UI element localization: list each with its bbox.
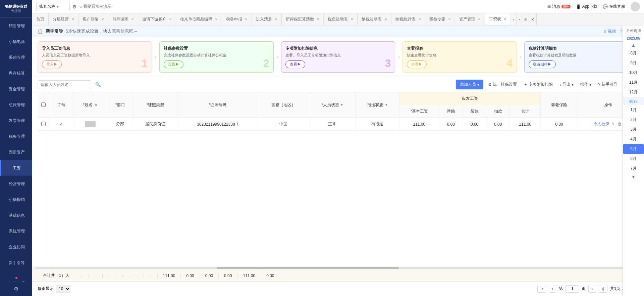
last-page-btn[interactable]: ›|	[599, 285, 607, 293]
close-icon[interactable]: ✕	[131, 17, 134, 21]
close-icon[interactable]: ✕	[215, 17, 218, 21]
step-4-btn[interactable]: 查看▶	[407, 60, 427, 68]
sidebar-item-purchase[interactable]: 采购管理	[0, 49, 32, 65]
month-4[interactable]: 4月	[623, 134, 644, 144]
social-insurance-btn[interactable]: ⚙ 统一社保设置	[486, 80, 519, 89]
settings-gear-icon[interactable]: ⚙	[72, 4, 77, 9]
step-1-btn[interactable]: 导入▶	[42, 60, 62, 68]
month-7[interactable]: 7月	[623, 164, 644, 173]
per-page-select[interactable]: 10 20 50	[56, 285, 70, 293]
page-input[interactable]	[566, 285, 579, 293]
sidebar-item-ai[interactable]: 智能管理	[0, 270, 32, 282]
close-icon[interactable]: ✕	[169, 17, 172, 21]
prev-page-btn[interactable]: ‹	[549, 285, 556, 293]
tab-clearance[interactable]: 进入清册✕	[252, 13, 282, 26]
month-8[interactable]: 8月	[623, 48, 644, 58]
extra-deduction-btn[interactable]: ＋ 专项附加扣除	[522, 80, 555, 89]
scroll-thumb[interactable]	[217, 267, 398, 269]
horizontal-scrollbar[interactable]	[32, 266, 644, 270]
sidebar-item-inventory[interactable]: 库存核算	[0, 65, 32, 81]
sidebar-item-assets[interactable]: 固定资产	[0, 144, 32, 160]
month-1[interactable]: 1月	[623, 105, 644, 115]
month-2[interactable]: 2月	[623, 115, 644, 125]
operate-btn[interactable]: 操作 ▾	[578, 80, 593, 89]
personal-insurance-btn[interactable]: 个人社保	[593, 121, 609, 127]
tab-guide[interactable]: 引导说明✕	[108, 13, 138, 26]
sidebar-item-ecommerce[interactable]: 小畅电商	[0, 34, 32, 49]
tab-layered[interactable]: 分层经营✕	[49, 13, 78, 26]
step-2-btn[interactable]: 设置▶	[164, 60, 183, 68]
sidebar-item-tax[interactable]: 税务管理	[0, 128, 32, 144]
month-5[interactable]: 5月	[623, 144, 644, 154]
demo-link[interactable]: ○ 我要看实例演示	[79, 4, 111, 9]
close-icon[interactable]: ✕	[71, 17, 74, 21]
status-filter-icon[interactable]: ▾	[341, 102, 343, 107]
edit-icon[interactable]: ✎	[611, 122, 615, 126]
app-download-btn[interactable]: 📱 App下载	[576, 4, 597, 9]
tab-more-btn[interactable]: ≡	[522, 13, 529, 26]
tab-crm[interactable]: 客户联络✕	[78, 13, 108, 26]
sidebar-item-expense[interactable]: 小畅报销	[0, 192, 32, 207]
first-page-btn[interactable]: |‹	[537, 285, 546, 293]
message-btn[interactable]: ✉ 消息 99+	[547, 4, 571, 9]
close-icon[interactable]: ✕	[418, 17, 421, 21]
add-person-button[interactable]: 添加人员 ▾	[456, 80, 483, 89]
sidebar-item-guide[interactable]: 新手引导	[0, 255, 32, 270]
close-icon[interactable]: ✕	[101, 17, 104, 21]
tab-prev-btn[interactable]: ‹	[511, 13, 517, 26]
next-page-btn[interactable]: ›	[588, 285, 596, 293]
tab-home[interactable]: 首页	[32, 13, 49, 26]
tab-next-btn[interactable]: ›	[517, 13, 522, 26]
sidebar-item-operations[interactable]: 经营管理	[0, 176, 32, 192]
sidebar-item-salary[interactable]: 工资	[0, 160, 32, 176]
guide-video-btn[interactable]: ⊙ 视频	[603, 29, 616, 34]
tab-tax-burden[interactable]: 税负波动表✕	[324, 13, 358, 26]
sidebar-item-sales[interactable]: 销售管理	[0, 18, 32, 34]
close-icon[interactable]: ✕	[384, 17, 387, 21]
search-button[interactable]: 🔍	[94, 81, 102, 88]
report-filter-icon[interactable]: ▾	[385, 102, 387, 107]
online-service-btn[interactable]: 💬 在线客服	[603, 4, 625, 9]
close-icon[interactable]: ✕	[448, 17, 451, 21]
sidebar-item-invoice[interactable]: 发票管理	[0, 113, 32, 128]
month-9[interactable]: 9月	[623, 58, 644, 68]
tab-tax-expert[interactable]: 税检专家✕	[425, 13, 455, 26]
name-sort-icon[interactable]: ⇅	[95, 103, 97, 107]
search-input[interactable]	[38, 80, 91, 89]
user-avatar[interactable]	[631, 2, 640, 11]
sidebar-item-collab[interactable]: 企业协同	[0, 239, 32, 255]
account-dropdown[interactable]: 账套名称 ▾	[36, 2, 70, 11]
row-checkbox[interactable]	[41, 122, 46, 126]
close-icon[interactable]: ✕	[504, 17, 506, 21]
delete-icon[interactable]: 🗑	[618, 122, 622, 126]
close-icon[interactable]: ✕	[478, 17, 481, 21]
step-5-btn[interactable]: 敬请期待▶	[529, 60, 556, 68]
tab-salary[interactable]: 工资表✕	[485, 13, 511, 26]
tab-tax-declare[interactable]: 税务申报✕	[222, 13, 252, 26]
step-3-btn[interactable]: 查看▶	[285, 60, 305, 68]
month-11[interactable]: 11月	[623, 78, 644, 87]
tab-tax-dynamic[interactable]: 纳税波动表✕	[358, 13, 391, 26]
month-12[interactable]: 12月	[623, 87, 644, 97]
month-6[interactable]: 6月	[623, 154, 644, 164]
sidebar-item-finance[interactable]: 资金管理	[0, 81, 32, 97]
month-3[interactable]: 3月	[623, 125, 644, 134]
close-icon[interactable]: ✕	[351, 17, 353, 21]
close-icon[interactable]: ✕	[275, 17, 277, 21]
month-up-btn[interactable]: ▲	[631, 42, 637, 48]
sidebar-item-basic-info[interactable]: 基础信息	[0, 207, 32, 223]
tab-asset-mgmt[interactable]: 资产管理✕	[455, 13, 485, 26]
close-icon[interactable]: ✕	[245, 17, 248, 21]
tab-tax-stats[interactable]: 纳税统计表✕	[391, 13, 425, 26]
tab-invite[interactable]: 邀请下游客户✕	[138, 13, 176, 26]
tab-income-tax[interactable]: 所得税汇算清缴✕	[282, 13, 324, 26]
newguide-btn[interactable]: ? 新手引导	[596, 80, 620, 89]
tab-close-all-btn[interactable]: ✕	[529, 13, 537, 26]
export-btn[interactable]: ↓ 导出 ▾	[557, 80, 576, 89]
tab-product-code[interactable]: 往来单位商品编码✕	[176, 13, 222, 26]
close-icon[interactable]: ✕	[317, 17, 319, 21]
month-down-btn[interactable]: ▼	[631, 173, 637, 180]
sidebar-item-system[interactable]: 系统管理	[0, 223, 32, 239]
sidebar-item-ledger[interactable]: 总账管理	[0, 97, 32, 113]
settings-icon[interactable]: ⚙	[14, 286, 18, 292]
